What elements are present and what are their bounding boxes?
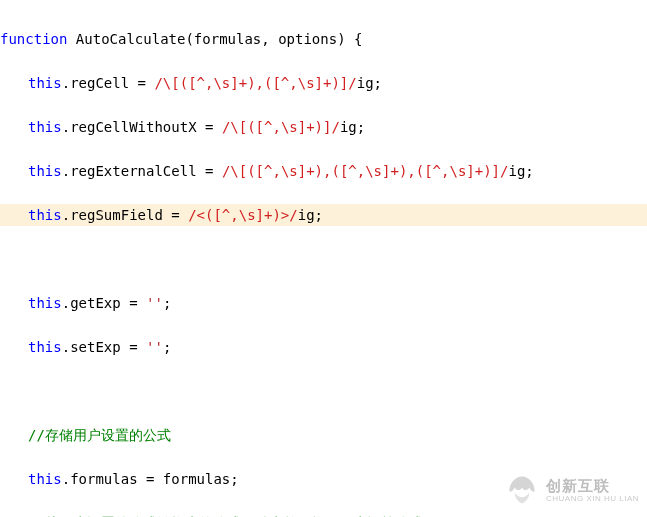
code-block: function AutoCalculate(formulas, options… bbox=[0, 0, 647, 517]
watermark-text: 创新互联 CHUANG XIN HU LIAN bbox=[546, 478, 639, 503]
property: .regCellWithoutX = bbox=[62, 119, 222, 135]
keyword: function bbox=[0, 31, 67, 47]
keyword-this: this bbox=[28, 295, 62, 311]
regex-literal: /\[([^,\s]+),([^,\s]+),([^,\s]+)]/ bbox=[222, 163, 509, 179]
string-literal: '' bbox=[146, 339, 163, 355]
regex-literal: /<([^,\s]+)>/ bbox=[188, 207, 298, 223]
regex-flags: ig bbox=[357, 75, 374, 91]
blank-line bbox=[0, 380, 647, 402]
keyword-this: this bbox=[28, 163, 62, 179]
code-line: //存储用户设置的公式 bbox=[0, 424, 647, 446]
semicolon: ; bbox=[374, 75, 382, 91]
property: .regSumField = bbox=[62, 207, 188, 223]
keyword-this: this bbox=[28, 75, 62, 91]
keyword-this: this bbox=[28, 471, 62, 487]
watermark-logo-icon bbox=[504, 473, 540, 509]
code-line: this.regCellWithoutX = /\[([^,\s]+)]/ig; bbox=[0, 116, 647, 138]
property: .regCell = bbox=[62, 75, 155, 91]
code-line-highlighted: this.regSumField = /<([^,\s]+)>/ig; bbox=[0, 204, 647, 226]
property: .setExp = bbox=[62, 339, 146, 355]
watermark-subtitle: CHUANG XIN HU LIAN bbox=[546, 495, 639, 504]
watermark: 创新互联 CHUANG XIN HU LIAN bbox=[504, 473, 639, 509]
regex-flags: ig bbox=[340, 119, 357, 135]
code-line: //从用户设置的公式转换来的公式，键为单元格，值为运算公式 bbox=[0, 512, 647, 517]
code-line: function AutoCalculate(formulas, options… bbox=[0, 28, 647, 50]
semicolon: ; bbox=[163, 295, 171, 311]
watermark-title: 创新互联 bbox=[546, 478, 639, 495]
property: .formulas = formulas; bbox=[62, 471, 239, 487]
keyword-this: this bbox=[28, 339, 62, 355]
comment: //存储用户设置的公式 bbox=[28, 427, 171, 443]
property: .getExp = bbox=[62, 295, 146, 311]
semicolon: ; bbox=[315, 207, 323, 223]
code-line: this.regCell = /\[([^,\s]+),([^,\s]+)]/i… bbox=[0, 72, 647, 94]
blank-line bbox=[0, 248, 647, 270]
semicolon: ; bbox=[357, 119, 365, 135]
keyword-this: this bbox=[28, 119, 62, 135]
code-line: this.getExp = ''; bbox=[0, 292, 647, 314]
keyword-this: this bbox=[28, 207, 62, 223]
regex-literal: /\[([^,\s]+),([^,\s]+)]/ bbox=[154, 75, 356, 91]
code-line: this.regExternalCell = /\[([^,\s]+),([^,… bbox=[0, 160, 647, 182]
regex-flags: ig bbox=[508, 163, 525, 179]
regex-literal: /\[([^,\s]+)]/ bbox=[222, 119, 340, 135]
code-line: this.setExp = ''; bbox=[0, 336, 647, 358]
identifier: AutoCalculate(formulas, options) { bbox=[67, 31, 362, 47]
string-literal: '' bbox=[146, 295, 163, 311]
property: .regExternalCell = bbox=[62, 163, 222, 179]
semicolon: ; bbox=[163, 339, 171, 355]
regex-flags: ig bbox=[298, 207, 315, 223]
semicolon: ; bbox=[525, 163, 533, 179]
